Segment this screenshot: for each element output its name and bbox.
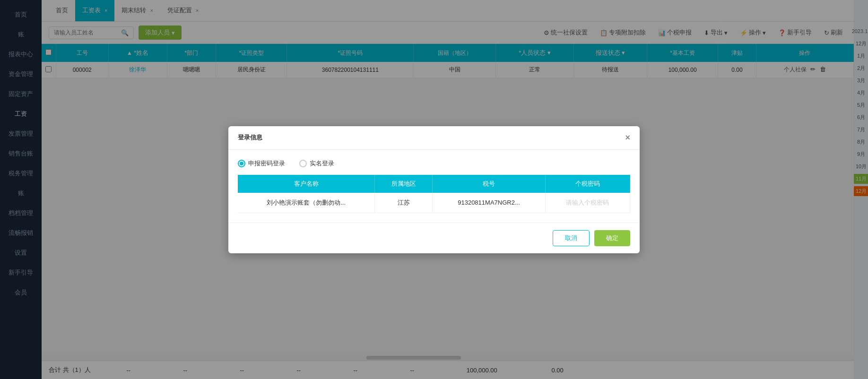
- confirm-button[interactable]: 确定: [594, 230, 630, 246]
- password-cell[interactable]: 请输入个税密码: [545, 193, 630, 213]
- radio-password-login[interactable]: 申报密码登录: [238, 159, 285, 168]
- tax-number-cell: 91320811MA7NGR2...: [433, 193, 546, 213]
- customer-name-cell: 刘小艳演示账套（勿删勿动...: [238, 193, 375, 213]
- cancel-button[interactable]: 取消: [553, 230, 590, 246]
- radio-password-icon: [238, 160, 245, 167]
- col-region: 所属地区: [375, 175, 433, 193]
- region-cell: 江苏: [375, 193, 433, 213]
- dialog-overlay: 登录信息 × 申报密码登录 实名登录 客户名称 所属地区: [0, 0, 868, 379]
- dialog-close-button[interactable]: ×: [625, 133, 630, 143]
- radio-realname-login[interactable]: 实名登录: [299, 159, 334, 168]
- dialog-table: 客户名称 所属地区 税号 个税密码 刘小艳演示账套（勿删勿动... 江苏 913…: [238, 175, 630, 213]
- login-dialog: 登录信息 × 申报密码登录 实名登录 客户名称 所属地区: [228, 126, 640, 253]
- radio-realname-icon: [299, 160, 307, 167]
- col-password: 个税密码: [545, 175, 630, 193]
- dialog-title: 登录信息: [238, 133, 262, 142]
- col-customer-name: 客户名称: [238, 175, 375, 193]
- col-tax-number: 税号: [433, 175, 546, 193]
- dialog-table-row: 刘小艳演示账套（勿删勿动... 江苏 91320811MA7NGR2... 请输…: [238, 193, 630, 213]
- dialog-body: 申报密码登录 实名登录 客户名称 所属地区 税号 个税密码: [228, 150, 640, 223]
- radio-group: 申报密码登录 实名登录: [238, 159, 630, 168]
- dialog-footer: 取消 确定: [228, 223, 640, 253]
- dialog-header: 登录信息 ×: [228, 126, 640, 150]
